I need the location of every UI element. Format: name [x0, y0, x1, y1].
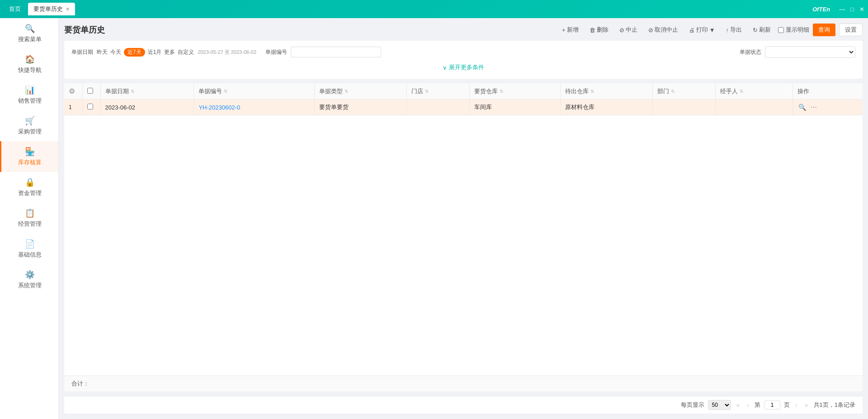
row-doc-no-link[interactable]: YH-20230602-0	[198, 104, 240, 111]
sidebar-item-sales-mgmt[interactable]: 📊 销售管理	[0, 80, 58, 110]
last-page-button[interactable]: »	[803, 400, 810, 409]
select-all-checkbox[interactable]	[87, 88, 93, 94]
th-actions: 操作	[793, 83, 863, 100]
sidebar-item-search-menu[interactable]: 🔍 搜索菜单	[0, 18, 58, 49]
close-window-icon[interactable]: ✕	[859, 6, 864, 13]
row-handler	[716, 100, 793, 115]
row-doc-date: 2023-06-02	[100, 100, 194, 115]
sidebar-item-basic-label: 基础信息	[18, 251, 42, 259]
th-settings: ⚙	[64, 83, 82, 100]
refresh-button[interactable]: ↻ 刷新	[749, 24, 774, 36]
settings-button[interactable]: 设置	[839, 24, 863, 36]
first-page-button[interactable]: «	[735, 400, 742, 409]
docno-filter-group: 单据编号	[265, 47, 381, 57]
sidebar-item-finance-label: 资金管理	[18, 189, 42, 197]
sort-doc-no-icon[interactable]: ⇅	[224, 89, 227, 94]
sales-mgmt-icon: 📊	[25, 85, 35, 95]
th-doc-no: 单据编号 ⇅	[194, 83, 315, 100]
sidebar-item-ops-mgmt[interactable]: 📋 经营管理	[0, 203, 58, 233]
export-button[interactable]: ↑ 导出	[722, 24, 746, 36]
sort-store-icon[interactable]: ⇅	[425, 89, 429, 94]
status-select[interactable]	[765, 46, 855, 58]
tab-close-icon[interactable]: ✕	[66, 6, 70, 12]
prev-page-button[interactable]: ‹	[745, 400, 751, 409]
sort-req-warehouse-icon[interactable]: ⇅	[500, 89, 503, 94]
stop-icon: ⊘	[619, 27, 624, 33]
sidebar-item-system-mgmt[interactable]: ⚙️ 系统管理	[0, 264, 58, 295]
delete-button[interactable]: 🗑 删除	[586, 24, 612, 36]
date-more[interactable]: 更多	[164, 48, 175, 56]
column-settings-icon[interactable]: ⚙	[69, 87, 75, 95]
query-button[interactable]: 查询	[813, 24, 835, 36]
page-size-label: 每页显示	[681, 401, 704, 409]
tab-requisition-history[interactable]: 要货单历史 ✕	[28, 3, 75, 15]
show-detail-checkbox-group[interactable]: 显示明细	[778, 26, 809, 34]
th-doc-date-label: 单据日期	[105, 87, 129, 95]
pagination-bar: 每页显示 10 20 50 100 « ‹ 第 页 › » 共1页，1条记录	[64, 396, 863, 414]
tab-home-label: 首页	[9, 5, 21, 13]
sidebar-item-inventory-calc[interactable]: 🏪 库存核算	[0, 141, 58, 172]
th-store: 门店 ⇅	[406, 83, 470, 100]
date-range-display: 2023-05-27 至 2023-06-02	[198, 49, 256, 56]
query-label: 查询	[818, 26, 830, 34]
th-handler: 经手人 ⇅	[716, 83, 793, 100]
page-number-input[interactable]	[764, 400, 780, 409]
row-more-button[interactable]: ⋯	[810, 103, 818, 112]
tab-home[interactable]: 首页	[4, 3, 26, 15]
top-bar: 首页 要货单历史 ✕ OfTEn — □ ✕	[0, 0, 868, 18]
new-button[interactable]: + 新增	[558, 24, 582, 36]
sidebar-item-finance-mgmt[interactable]: 🔒 资金管理	[0, 172, 58, 203]
row-view-button[interactable]: 🔍	[797, 103, 807, 112]
tab-requisition-label: 要货单历史	[33, 5, 63, 13]
row-select-checkbox[interactable]	[87, 104, 93, 110]
row-num: 1	[64, 100, 82, 115]
delete-label: 删除	[597, 26, 609, 34]
row-department	[652, 100, 716, 115]
sidebar-item-sales-label: 销售管理	[18, 97, 42, 105]
page-title: 要货单历史	[64, 24, 105, 35]
sidebar-item-basic-info[interactable]: 📄 基础信息	[0, 233, 58, 264]
minimize-icon[interactable]: —	[839, 6, 845, 13]
sidebar-item-ops-label: 经营管理	[18, 220, 42, 228]
expand-more-label: 展开更多条件	[449, 63, 484, 71]
sidebar-item-quick-nav-label: 快捷导航	[18, 66, 42, 74]
new-label: 新增	[567, 26, 579, 34]
table-empty-space	[64, 115, 863, 376]
cancel-stop-button[interactable]: ⊘ 取消中止	[645, 24, 682, 36]
expand-more-btn[interactable]: ∨ 展开更多条件	[71, 62, 855, 73]
stop-button[interactable]: ⊘ 中止	[616, 24, 641, 36]
sidebar-item-search-label: 搜索菜单	[18, 35, 42, 43]
refresh-label: 刷新	[759, 26, 771, 34]
page-size-select[interactable]: 10 20 50 100	[708, 400, 731, 410]
th-doc-date: 单据日期 ⇅	[100, 83, 194, 100]
print-button[interactable]: 🖨 打印 ▼	[685, 24, 719, 36]
print-icon: 🖨	[689, 27, 695, 33]
search-menu-icon: 🔍	[25, 24, 35, 33]
row-doc-type: 要货单要货	[315, 100, 406, 115]
docno-input[interactable]	[291, 47, 381, 57]
date-today[interactable]: 今天	[110, 48, 121, 56]
sort-pending-warehouse-icon[interactable]: ⇅	[590, 89, 594, 94]
sidebar-item-quick-nav[interactable]: 🏠 快捷导航	[0, 49, 58, 80]
summary-label: 合计：	[71, 380, 89, 388]
date-last1month[interactable]: 近1月	[148, 48, 162, 56]
basic-info-icon: 📄	[25, 239, 35, 249]
row-action-buttons: 🔍 ⋯	[797, 103, 859, 112]
date-custom[interactable]: 自定义	[178, 48, 194, 56]
next-page-button[interactable]: ›	[793, 400, 799, 409]
settings-label: 设置	[845, 26, 857, 34]
table-row: 1 2023-06-02 YH-20230602-0	[64, 100, 863, 115]
maximize-icon[interactable]: □	[850, 6, 854, 13]
date-last7[interactable]: 近7天	[124, 48, 145, 57]
page-header: 要货单历史 + 新增 🗑 删除 ⊘ 中止 ⊘ 取消中止	[64, 24, 863, 36]
page-label-prefix: 第	[755, 401, 760, 409]
sort-doc-type-icon[interactable]: ⇅	[344, 89, 348, 94]
stop-label: 中止	[626, 26, 637, 34]
sort-department-icon[interactable]: ⇅	[671, 89, 675, 94]
date-yesterday[interactable]: 昨天	[97, 48, 108, 56]
sidebar-item-purchase-mgmt[interactable]: 🛒 采购管理	[0, 110, 58, 141]
sort-doc-date-icon[interactable]: ⇅	[131, 89, 134, 94]
show-detail-checkbox[interactable]	[778, 27, 784, 33]
sort-handler-icon[interactable]: ⇅	[740, 89, 743, 94]
inventory-calc-icon: 🏪	[25, 147, 35, 157]
